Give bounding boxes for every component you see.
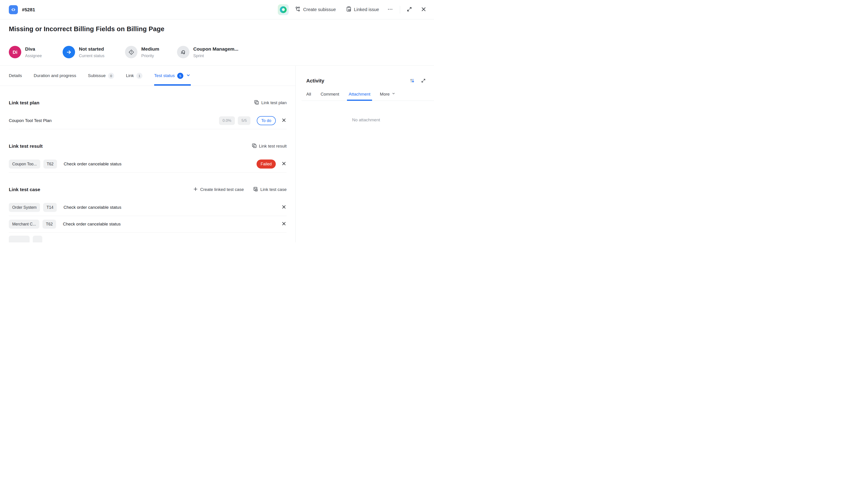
expand-icon bbox=[421, 78, 426, 84]
create-subissue-button[interactable]: Create subissue bbox=[295, 6, 336, 13]
tab-link[interactable]: Link 1 bbox=[126, 66, 143, 86]
tag: Merchant C... bbox=[9, 220, 39, 229]
assignee-field[interactable]: Di Diva Assignee bbox=[9, 46, 52, 58]
tag: T14 bbox=[43, 203, 57, 212]
activity-tab-bar: All Comment Attachment More bbox=[306, 92, 426, 101]
tab-label: More bbox=[380, 92, 390, 97]
test-case-title[interactable]: Check order cancelable status bbox=[64, 205, 121, 210]
test-plan-row[interactable]: Coupon Tool Test Plan 0.0% 5/5 To do bbox=[9, 116, 287, 129]
avatar: Di bbox=[9, 46, 21, 58]
sprint-field[interactable]: Coupon Managem... Sprint bbox=[177, 46, 239, 58]
diamond-exclamation-icon bbox=[125, 46, 137, 58]
current-status-field[interactable]: Not started Current status bbox=[63, 46, 114, 58]
no-attachment-text: No attachment bbox=[306, 118, 426, 123]
tag bbox=[9, 236, 30, 242]
issue-id: #5281 bbox=[22, 7, 35, 12]
remove-icon[interactable] bbox=[281, 204, 287, 210]
main-panel: Details Duration and progress Subissue 0… bbox=[0, 66, 296, 242]
activity-tab-attachment[interactable]: Attachment bbox=[348, 92, 370, 97]
create-linked-test-case-button[interactable]: Create linked test case bbox=[193, 186, 244, 193]
section-title: Link test case bbox=[9, 187, 40, 192]
priority-value: Medium bbox=[141, 46, 159, 52]
chevron-down-icon bbox=[392, 92, 396, 97]
expand-activity-button[interactable] bbox=[421, 78, 426, 84]
activity-tab-all[interactable]: All bbox=[306, 92, 311, 97]
code-icon bbox=[9, 5, 18, 14]
ellipsis-icon bbox=[387, 6, 393, 13]
linked-issue-label: Linked issue bbox=[354, 7, 379, 12]
link-test-result-section-header: Link test result Link test result bbox=[9, 142, 287, 150]
tag: Coupon Too... bbox=[9, 160, 40, 168]
link-count-badge: 1 bbox=[136, 73, 143, 79]
sprint-loop-icon bbox=[177, 46, 189, 58]
test-case-row-partial bbox=[9, 236, 287, 242]
remove-icon[interactable] bbox=[281, 161, 287, 167]
button-label: Link test result bbox=[259, 144, 287, 149]
linked-issue-button[interactable]: Linked issue bbox=[346, 6, 379, 13]
issue-title: Missing or Incorrect Billing Fields on B… bbox=[9, 25, 425, 33]
subissue-icon bbox=[295, 6, 301, 13]
workflow-ring-icon[interactable] bbox=[278, 4, 289, 15]
test-status-count-badge: 5 bbox=[177, 73, 183, 79]
link-test-result-button[interactable]: Link test result bbox=[252, 143, 287, 150]
tag: Order System bbox=[9, 203, 40, 212]
current-status-label: Current status bbox=[79, 53, 104, 58]
button-label: Create linked test case bbox=[200, 187, 244, 192]
test-plan-title[interactable]: Coupon Tool Test Plan bbox=[9, 118, 52, 123]
status-badge[interactable]: To do bbox=[257, 116, 276, 125]
remove-icon[interactable] bbox=[281, 118, 287, 124]
current-status-value: Not started bbox=[79, 46, 104, 52]
sort-button[interactable] bbox=[409, 78, 415, 84]
test-case-row[interactable]: Order System T14 Check order cancelable … bbox=[9, 203, 287, 216]
more-actions-button[interactable] bbox=[387, 6, 393, 13]
close-button[interactable] bbox=[421, 6, 427, 13]
link-test-case-button[interactable]: Link test case bbox=[253, 186, 287, 193]
test-case-icon bbox=[253, 186, 258, 193]
remove-icon[interactable] bbox=[281, 221, 287, 227]
activity-panel: Activity bbox=[296, 66, 434, 242]
tag: T62 bbox=[42, 220, 56, 229]
tab-label: Subissue bbox=[88, 73, 105, 78]
test-case-row[interactable]: Merchant C... T62 Check order cancelable… bbox=[9, 220, 287, 233]
link-test-plan-button[interactable]: Link test plan bbox=[254, 100, 287, 106]
tag: T62 bbox=[43, 160, 57, 168]
tab-duration-and-progress[interactable]: Duration and progress bbox=[34, 66, 76, 86]
test-result-row[interactable]: Coupon Too... T62 Check order cancelable… bbox=[9, 160, 287, 173]
top-bar: #5281 Create subissue bbox=[0, 0, 434, 20]
sprint-label: Sprint bbox=[193, 53, 239, 58]
activity-tab-comment[interactable]: Comment bbox=[320, 92, 339, 97]
issue-identifier: #5281 bbox=[9, 5, 35, 14]
tab-label: Duration and progress bbox=[34, 73, 76, 78]
activity-tab-more[interactable]: More bbox=[380, 92, 396, 97]
expand-icon bbox=[406, 6, 412, 13]
button-label: Link test case bbox=[260, 187, 287, 192]
status-badge: Failed bbox=[256, 160, 276, 168]
tab-details[interactable]: Details bbox=[9, 66, 22, 86]
clipboard-icon bbox=[346, 6, 352, 13]
link-squares-icon bbox=[252, 143, 257, 150]
test-result-title[interactable]: Check order cancelable status bbox=[64, 162, 122, 166]
section-title: Link test result bbox=[9, 143, 42, 149]
priority-field[interactable]: Medium Priority bbox=[125, 46, 166, 58]
plus-icon bbox=[193, 186, 198, 193]
issue-detail-modal: #5281 Create subissue bbox=[0, 0, 434, 244]
link-test-case-section-header: Link test case Create linked test case bbox=[9, 186, 287, 193]
link-squares-icon bbox=[254, 100, 259, 106]
assignee-label: Assignee bbox=[25, 53, 42, 58]
test-case-title[interactable]: Check order cancelable status bbox=[63, 222, 121, 227]
tab-subissue[interactable]: Subissue 0 bbox=[88, 66, 114, 86]
tab-bar: Details Duration and progress Subissue 0… bbox=[0, 66, 296, 86]
close-icon bbox=[421, 6, 427, 13]
arrow-right-icon bbox=[63, 46, 75, 58]
create-subissue-label: Create subissue bbox=[303, 7, 336, 12]
top-bar-actions: Create subissue Linked issue bbox=[278, 4, 427, 15]
sort-arrows-icon bbox=[409, 78, 415, 84]
chevron-down-icon bbox=[186, 73, 191, 79]
test-status-content: Link test plan Link test plan bbox=[0, 99, 296, 242]
sprint-value: Coupon Managem... bbox=[193, 46, 239, 52]
tab-label: Link bbox=[126, 73, 134, 78]
subissue-count-badge: 0 bbox=[108, 73, 114, 79]
expand-button[interactable] bbox=[406, 6, 412, 13]
section-title: Link test plan bbox=[9, 100, 39, 105]
tab-test-status[interactable]: Test status 5 bbox=[154, 66, 191, 86]
